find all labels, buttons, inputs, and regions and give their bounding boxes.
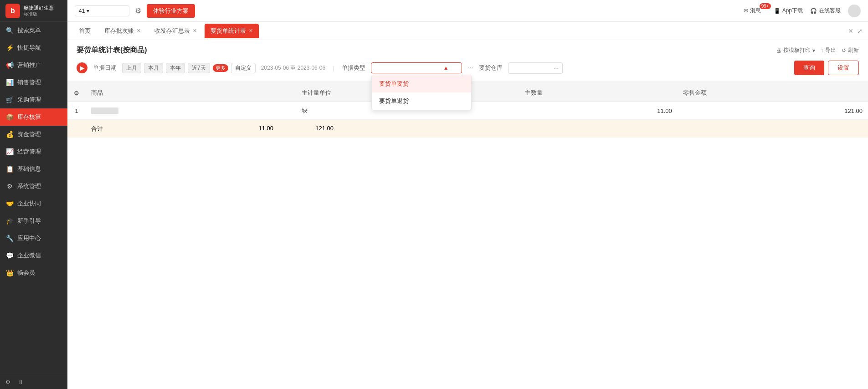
- tab-in-out-summary[interactable]: 收发存汇总表 ✕: [149, 24, 203, 38]
- header-actions: ✉ 消息 99+ 📱 App下载 🎧 在线客服: [744, 5, 861, 17]
- last-month-btn[interactable]: 上月: [122, 63, 141, 73]
- footer-amount: 121.00: [279, 125, 334, 133]
- settings-btn[interactable]: 设置: [828, 61, 859, 75]
- table-footer: 合计 11.00 121.00: [67, 120, 868, 138]
- more-badge[interactable]: 更多: [213, 64, 228, 72]
- sidebar-item-marketing[interactable]: 📢 营销推广: [0, 56, 67, 74]
- filter-more-btn[interactable]: ···: [467, 64, 473, 72]
- query-btn[interactable]: 查询: [794, 61, 824, 75]
- phone-icon: 📱: [774, 8, 781, 14]
- lightning-icon: ⚡: [5, 44, 14, 51]
- tab-close-icon[interactable]: ✕: [193, 28, 197, 34]
- row-index: 1: [67, 102, 86, 120]
- col-settings[interactable]: ⚙: [67, 84, 86, 102]
- warehouse-selector[interactable]: ···: [508, 62, 563, 74]
- product-name: [91, 107, 118, 114]
- guide-icon: 🎓: [5, 217, 14, 225]
- row-qty: 11.00: [519, 102, 678, 120]
- inventory-icon: 📦: [5, 113, 14, 121]
- logo-text: 畅捷通好生意 标准版: [24, 5, 54, 17]
- page-header-actions: 🖨 按模板打印 ▾ ↑ 导出 ↺ 刷新: [776, 46, 859, 54]
- doc-type-label: 单据类型: [342, 64, 365, 72]
- row-product: [86, 102, 296, 120]
- warehouse-label: 要货仓库: [479, 64, 503, 72]
- logo-icon: b: [5, 4, 20, 18]
- industry-btn[interactable]: 体验行业方案: [147, 4, 195, 18]
- footer-qty: 11.00: [219, 125, 273, 133]
- export-btn[interactable]: ↑ 导出: [821, 46, 836, 54]
- sidebar-item-system[interactable]: ⚙ 系统管理: [0, 178, 67, 195]
- custom-btn[interactable]: 自定义: [231, 63, 256, 73]
- store-selector[interactable]: 41 ▾: [75, 5, 129, 16]
- this-month-btn[interactable]: 本月: [144, 63, 163, 73]
- collapse-icon[interactable]: ⏸: [18, 379, 23, 385]
- sidebar-item-vip[interactable]: 👑 畅会员: [0, 264, 67, 282]
- refresh-icon: ↺: [842, 47, 846, 54]
- gear-icon[interactable]: ⚙: [5, 379, 10, 385]
- wechat-icon: 💬: [5, 252, 14, 259]
- print-btn[interactable]: 🖨 按模板打印 ▾: [776, 46, 815, 54]
- sidebar-item-enterprise[interactable]: 🤝 企业协同: [0, 195, 67, 212]
- system-icon: ⚙: [5, 183, 14, 190]
- option-order-request[interactable]: 要货单要货: [372, 75, 471, 92]
- tab-close-icon[interactable]: ✕: [137, 28, 141, 34]
- enterprise-icon: 🤝: [5, 200, 14, 207]
- sidebar-item-operations[interactable]: 📈 经营管理: [0, 143, 67, 160]
- settings-icon[interactable]: ⚙: [135, 6, 141, 15]
- col-product: 商品: [86, 84, 296, 102]
- app-center-icon: 🔧: [5, 235, 14, 242]
- chevron-down-icon: ▾: [87, 8, 89, 14]
- top-header: 41 ▾ ⚙ 体验行业方案 ✉ 消息 99+ 📱 App下载 🎧 在线客服: [67, 0, 868, 22]
- marketing-icon: 📢: [5, 61, 14, 69]
- chevron-up-icon: ▲: [443, 65, 449, 71]
- date-label: 单据日期: [93, 64, 117, 72]
- sidebar: b 畅捷通好生意 标准版 🔍 搜索菜单 ⚡ 快捷导航 📢 营销推广 📊 销售管理…: [0, 0, 67, 389]
- headset-icon: 🎧: [810, 8, 817, 14]
- tabs-bar: 首页 库存批次账 ✕ 收发存汇总表 ✕ 要货单统计表 ✕ ✕ ⤢: [67, 22, 868, 40]
- sidebar-item-wechat[interactable]: 💬 企业微信: [0, 247, 67, 264]
- doc-type-selector[interactable]: ▲ 要货单要货 要货单退货: [371, 62, 462, 73]
- sidebar-item-basic-info[interactable]: 📋 基础信息: [0, 160, 67, 178]
- option-order-return[interactable]: 要货单退货: [372, 92, 471, 110]
- message-badge: 99+: [760, 3, 771, 9]
- finance-icon: 💰: [5, 131, 14, 138]
- main-area: 41 ▾ ⚙ 体验行业方案 ✉ 消息 99+ 📱 App下载 🎧 在线客服: [67, 0, 868, 389]
- col-qty: 主数量: [519, 84, 678, 102]
- message-icon: ✉: [744, 8, 748, 14]
- close-all-icon[interactable]: ✕: [848, 27, 853, 35]
- operations-icon: 📈: [5, 148, 14, 155]
- sidebar-item-sales[interactable]: 📊 销售管理: [0, 74, 67, 91]
- expand-btn[interactable]: ▶: [77, 62, 87, 73]
- sidebar-item-guide[interactable]: 🎓 新手引导: [0, 212, 67, 230]
- last-7-days-btn[interactable]: 近7天: [188, 63, 210, 73]
- sidebar-item-inventory[interactable]: 📦 库存核算: [0, 108, 67, 126]
- refresh-btn[interactable]: ↺ 刷新: [842, 46, 859, 54]
- this-year-btn[interactable]: 本年: [166, 63, 185, 73]
- chevron-down-icon: ▾: [812, 47, 815, 54]
- sidebar-item-app-center[interactable]: 🔧 应用中心: [0, 230, 67, 247]
- sidebar-item-finance[interactable]: 💰 资金管理: [0, 126, 67, 143]
- vip-icon: 👑: [5, 269, 14, 276]
- date-shortcuts: 上月 本月 本年 近7天 更多 自定义: [122, 63, 256, 73]
- filter-bar: ▶ 单据日期 上月 本月 本年 近7天 更多 自定义 2023-05-06 至 …: [67, 55, 868, 81]
- maximize-icon[interactable]: ⤢: [857, 27, 863, 35]
- date-range: 2023-05-06 至 2023-06-06: [261, 64, 325, 72]
- tab-home[interactable]: 首页: [73, 24, 97, 38]
- tab-close-icon[interactable]: ✕: [249, 28, 253, 34]
- export-icon: ↑: [821, 47, 823, 54]
- message-btn[interactable]: ✉ 消息 99+: [744, 7, 766, 15]
- online-service-btn[interactable]: 🎧 在线客服: [810, 7, 841, 15]
- tab-inventory-batch[interactable]: 库存批次账 ✕: [98, 24, 147, 38]
- avatar[interactable]: [848, 5, 861, 17]
- sidebar-item-search[interactable]: 🔍 搜索菜单: [0, 22, 67, 39]
- sidebar-bottom: ⚙ ⏸: [0, 375, 67, 389]
- sales-icon: 📊: [5, 79, 14, 86]
- app-download-btn[interactable]: 📱 App下载: [774, 7, 803, 15]
- sidebar-nav: 🔍 搜索菜单 ⚡ 快捷导航 📢 营销推广 📊 销售管理 🛒 采购管理 📦 库存核…: [0, 22, 67, 375]
- sidebar-item-purchase[interactable]: 🛒 采购管理: [0, 91, 67, 108]
- tab-order-summary[interactable]: 要货单统计表 ✕: [205, 24, 259, 38]
- page-content: 要货单统计表(按商品) 🖨 按模板打印 ▾ ↑ 导出 ↺ 刷新 ▶: [67, 40, 868, 389]
- print-icon: 🖨: [776, 47, 781, 54]
- sidebar-item-quick-nav[interactable]: ⚡ 快捷导航: [0, 39, 67, 56]
- row-amount: 121.00: [678, 102, 868, 120]
